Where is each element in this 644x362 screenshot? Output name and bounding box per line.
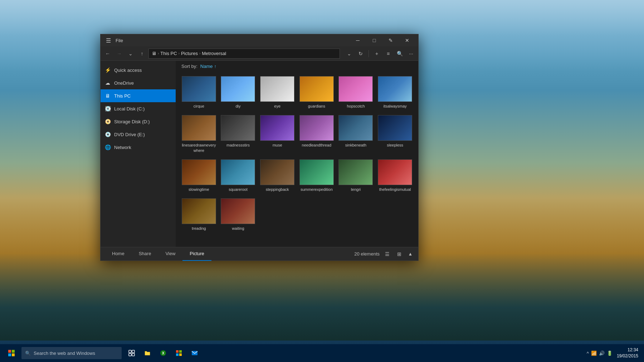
file-item-slowingtime[interactable]: slowingtime (180, 157, 218, 194)
taskbar-clock[interactable]: 12:34 19/02/2015 (617, 347, 641, 359)
file-thumbnail (260, 76, 294, 102)
xbox-button[interactable]: X (156, 346, 170, 360)
more-options-button[interactable]: ··· (406, 49, 416, 59)
maximize-button[interactable]: □ (366, 34, 382, 46)
sidebar-item-onedrive[interactable]: ☁ OneDrive (101, 76, 176, 89)
file-item-itsalwaysmay[interactable]: itsalwaysmay (376, 73, 414, 111)
file-item-madnessstirs[interactable]: madnessstirs (219, 112, 257, 155)
sort-name-button[interactable]: Name ↑ (200, 64, 216, 69)
store-button[interactable] (172, 346, 186, 360)
network-icon: 🌐 (105, 144, 111, 150)
svg-rect-2 (8, 353, 11, 356)
mail-button[interactable] (187, 346, 202, 360)
svg-rect-14 (192, 351, 197, 355)
file-thumbnail (299, 115, 334, 141)
sidebar-label-this-pc: This PC (114, 93, 131, 99)
task-view-button[interactable] (125, 346, 139, 360)
sort-bar: Sort by: Name ↑ (176, 61, 418, 72)
file-thumbnail (378, 159, 412, 185)
file-item-steppingback[interactable]: steppingback (258, 157, 296, 194)
taskbar-tray: ^ 📶 🔊 🔋 (584, 351, 615, 356)
search-icon: 🔍 (25, 351, 31, 356)
tray-expand[interactable]: ^ (587, 351, 589, 356)
file-item-eye[interactable]: eye (258, 73, 296, 111)
file-thumbnail (338, 159, 373, 185)
svg-rect-1 (12, 350, 15, 353)
refresh-button[interactable]: ↻ (356, 49, 366, 59)
file-thumbnail (299, 159, 334, 185)
taskbar-search[interactable]: 🔍 Search the web and Windows (21, 347, 122, 359)
file-item-squareroot[interactable]: squareroot (219, 157, 257, 194)
breadcrumb-bar[interactable]: 🖥 › This PC › Pictures › Metroversal (148, 49, 340, 59)
search-button[interactable]: 🔍 (395, 49, 405, 59)
local-disk-icon: 💽 (105, 106, 111, 111)
sidebar: ⚡ Quick access ☁ OneDrive 🖥 This PC 💽 Lo… (101, 61, 176, 247)
file-item-sinkbeneath[interactable]: sinkbeneath (337, 112, 375, 155)
start-button[interactable] (3, 346, 20, 360)
svg-rect-11 (179, 350, 182, 353)
tab-view[interactable]: View (158, 247, 182, 261)
file-name: needleandthread (302, 143, 332, 148)
minimize-button[interactable]: ─ (350, 34, 366, 46)
status-chevron[interactable]: ▲ (407, 249, 414, 259)
file-thumbnail (182, 76, 216, 102)
tray-battery: 🔋 (607, 351, 613, 356)
file-item-cirque[interactable]: cirque (180, 73, 218, 111)
dropdown-button[interactable]: ⌄ (126, 49, 136, 59)
up-button[interactable]: ↑ (137, 49, 147, 59)
file-thumbnail (338, 115, 373, 141)
grid-view-button[interactable]: ⊞ (395, 249, 404, 259)
file-item-muse[interactable]: muse (258, 112, 296, 155)
sidebar-item-network[interactable]: 🌐 Network (101, 141, 176, 154)
back-button[interactable]: ← (103, 49, 113, 59)
sidebar-item-quick-access[interactable]: ⚡ Quick access (101, 64, 176, 76)
taskbar: 🔍 Search the web and Windows X (0, 344, 644, 362)
file-explorer-taskbar-button[interactable] (140, 346, 155, 360)
close-button[interactable]: ✕ (399, 34, 415, 46)
view-options-button[interactable]: ≡ (383, 49, 393, 59)
sidebar-item-storage-disk[interactable]: 📀 Storage Disk (D:) (101, 115, 176, 128)
sidebar-label-network: Network (114, 145, 131, 150)
file-item-tengri[interactable]: tengri (337, 157, 375, 194)
status-count: 20 elements ☰ ⊞ ▲ (354, 249, 414, 259)
tab-home[interactable]: Home (105, 247, 132, 261)
file-item-linesaredrawnevery-where[interactable]: linesaredrawnevery where (180, 112, 218, 155)
sidebar-item-this-pc[interactable]: 🖥 This PC (101, 89, 176, 102)
window-controls: ─ □ ✎ ✕ (350, 34, 415, 46)
taskbar-right: ^ 📶 🔊 🔋 12:34 19/02/2015 (584, 347, 641, 359)
list-view-button[interactable]: ☰ (382, 249, 392, 259)
add-button[interactable]: + (372, 49, 382, 59)
sidebar-label-storage-disk: Storage Disk (D:) (114, 119, 150, 124)
file-name: itsalwaysmay (383, 104, 406, 109)
file-name: guardians (308, 104, 325, 109)
file-item-summerexpedition[interactable]: summerexpedition (298, 157, 336, 194)
file-item-waiting[interactable]: waiting (219, 195, 257, 233)
tray-volume: 🔊 (599, 351, 605, 356)
tab-share[interactable]: Share (132, 247, 158, 261)
file-name: hopscotch (347, 104, 365, 109)
file-item-needleandthread[interactable]: needleandthread (298, 112, 336, 155)
sidebar-item-local-disk[interactable]: 💽 Local Disk (C:) (101, 102, 176, 115)
edit-button[interactable]: ✎ (382, 34, 399, 46)
breadcrumb-metroversal[interactable]: Metroversal (202, 51, 226, 56)
file-grid: cirquediyeyeguardianshopscotchitsalwaysm… (176, 72, 418, 239)
breadcrumb-this-pc[interactable]: This PC (160, 51, 177, 56)
window-title: File (116, 38, 123, 43)
sidebar-item-dvd-drive[interactable]: 💿 DVD Drive (E:) (101, 128, 176, 141)
breadcrumb-dropdown[interactable]: ⌄ (344, 49, 354, 59)
tab-picture[interactable]: Picture (182, 247, 211, 261)
file-item-diy[interactable]: diy (219, 73, 257, 111)
file-name: diy (235, 104, 240, 109)
file-item-guardians[interactable]: guardians (298, 73, 336, 111)
sidebar-label-dvd-drive: DVD Drive (E:) (114, 132, 145, 137)
file-item-treading[interactable]: treading (180, 195, 218, 233)
file-name: thefeelingismutual (379, 187, 411, 192)
tray-network: 📶 (591, 351, 597, 356)
breadcrumb-pictures[interactable]: Pictures (181, 51, 198, 56)
svg-rect-0 (8, 350, 11, 353)
file-item-sleepless[interactable]: sleepless (376, 112, 414, 155)
file-item-hopscotch[interactable]: hopscotch (337, 73, 375, 111)
forward-button[interactable]: → (114, 49, 124, 59)
menu-icon[interactable]: ☰ (103, 35, 113, 45)
file-item-thefeelingismutual[interactable]: thefeelingismutual (376, 157, 414, 194)
